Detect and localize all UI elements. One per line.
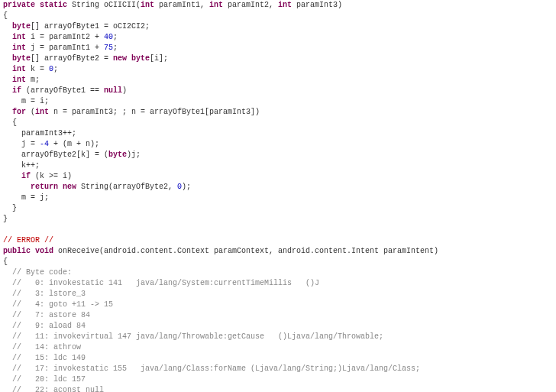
n: 75 xyxy=(104,44,113,52)
kw: if xyxy=(12,86,21,95)
t xyxy=(3,65,12,73)
kw: int xyxy=(12,44,26,52)
code-block: private static String oCIICII(int paramI… xyxy=(0,0,556,392)
t: ) xyxy=(122,86,127,95)
t: m = j; xyxy=(3,193,49,202)
bytecode-comment: // 4: goto +11 -> 15 xyxy=(3,300,113,309)
t xyxy=(3,86,12,95)
n: -4 xyxy=(40,140,49,148)
bytecode-comment: // 15: ldc 149 xyxy=(3,354,86,362)
t xyxy=(3,172,21,180)
t xyxy=(3,108,12,116)
t: [] arrayOfByte2 = xyxy=(31,54,113,63)
kw: int xyxy=(12,33,26,41)
kw: byte xyxy=(108,151,127,159)
bytecode-comment: // 0: invokestatic 141 java/lang/System:… xyxy=(3,279,319,287)
bytecode-comment: // 17: invokestatic 155 java/lang/Class:… xyxy=(3,364,420,373)
t: paramInt2, xyxy=(223,1,278,9)
kw: return new xyxy=(31,183,76,191)
t: paramInt1, xyxy=(154,1,209,9)
t: } xyxy=(3,215,8,223)
t: ; xyxy=(113,44,118,52)
bytecode-comment: // 9: aload 84 xyxy=(3,322,86,330)
t: k = xyxy=(26,65,49,73)
n: 40 xyxy=(104,33,113,41)
t: { xyxy=(3,258,8,266)
t xyxy=(3,22,12,31)
kw: int xyxy=(12,76,26,84)
t: k++; xyxy=(3,161,40,170)
kw: int xyxy=(278,1,292,9)
t xyxy=(3,44,12,52)
t: paramInt3++; xyxy=(3,129,76,138)
bytecode-comment: // 22: aconst_null xyxy=(3,386,104,392)
t: (arrayOfByte1 == xyxy=(21,86,104,95)
kw: int xyxy=(35,108,49,116)
t: onReceive(android.content.Context paramC… xyxy=(53,247,438,255)
kw: if xyxy=(21,172,31,180)
t: arrayOfByte2[k] = ( xyxy=(3,151,108,159)
bytecode-comment: // Byte code: xyxy=(3,268,72,277)
kw: int xyxy=(209,1,223,9)
t: ); xyxy=(182,183,191,191)
kw: byte xyxy=(12,54,31,63)
t xyxy=(3,54,12,63)
t: [] arrayOfByte1 = oCI2CI2; xyxy=(31,22,150,31)
kw: new byte xyxy=(113,54,150,63)
kw: null xyxy=(104,86,122,95)
kw: private static xyxy=(3,1,67,9)
bytecode-comment: // 11: invokevirtual 147 java/lang/Throw… xyxy=(3,332,383,341)
bytecode-comment: // 14: athrow xyxy=(3,343,81,352)
bytecode-comment: // 3: lstore_3 xyxy=(3,290,86,298)
t: } xyxy=(3,204,17,212)
t: + (m + n); xyxy=(49,140,99,148)
t: String(arrayOfByte2, xyxy=(76,183,177,191)
t: paramInt3) xyxy=(292,1,342,9)
t: i = paramInt2 + xyxy=(26,33,104,41)
t: ( xyxy=(26,108,35,116)
t: j = xyxy=(3,140,40,148)
t: [i]; xyxy=(150,54,168,63)
bytecode-comment: // 7: astore 84 xyxy=(3,311,90,319)
kw: int xyxy=(12,65,26,73)
t: n = paramInt3; ; n = arrayOfByte1[paramI… xyxy=(49,108,260,116)
t xyxy=(3,183,31,191)
t: m = i; xyxy=(3,97,49,105)
kw: for xyxy=(12,108,26,116)
error-marker: // ERROR // xyxy=(3,236,53,245)
t: (k >= i) xyxy=(31,172,72,180)
t: )j; xyxy=(127,151,141,159)
t: String oCIICII( xyxy=(67,1,141,9)
t: { xyxy=(3,118,17,127)
t: { xyxy=(3,11,8,20)
t: j = paramInt1 + xyxy=(26,44,104,52)
kw: int xyxy=(141,1,154,9)
t xyxy=(3,33,12,41)
t: ; xyxy=(53,65,58,73)
t: m; xyxy=(26,76,40,84)
t xyxy=(3,76,12,84)
kw: public void xyxy=(3,247,53,255)
t: ; xyxy=(113,33,118,41)
bytecode-comment: // 20: ldc 157 xyxy=(3,375,86,384)
kw: byte xyxy=(12,22,31,31)
